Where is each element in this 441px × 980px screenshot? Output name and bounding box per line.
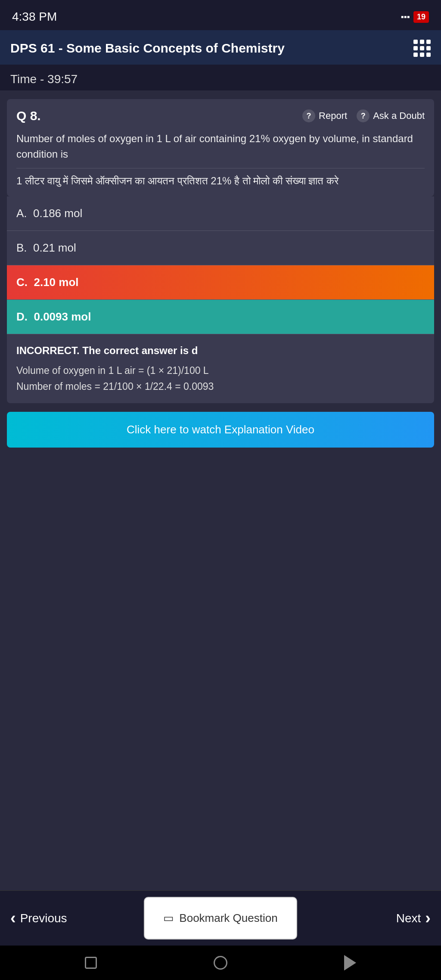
app-title: DPS 61 - Some Basic Concepts of Chemistr… <box>10 41 407 56</box>
recents-button[interactable] <box>82 954 99 971</box>
option-b[interactable]: B. 0.21 mol <box>7 231 434 265</box>
home-button[interactable] <box>212 954 229 971</box>
ask-doubt-icon: ? <box>357 109 370 122</box>
back-icon <box>344 955 356 971</box>
explanation-body: Volume of oxygen in 1 L air = (1 × 21)/1… <box>16 363 425 395</box>
options-container: A. 0.186 mol B. 0.21 mol C. 2.10 mol D. … <box>7 196 434 334</box>
app-header: DPS 61 - Some Basic Concepts of Chemistr… <box>0 30 441 65</box>
option-d-label: D. 0.0093 mol <box>16 310 91 323</box>
status-time: 4:38 PM <box>12 10 57 24</box>
status-icons: ▪▪▪ 19 <box>401 11 429 23</box>
explanation-line2: Number of moles = 21/100 × 1/22.4 = 0.00… <box>16 381 214 392</box>
bottom-nav: ‹ Previous ▭ Bookmark Question Next › <box>0 890 441 946</box>
bookmark-button[interactable]: ▭ Bookmark Question <box>144 897 298 940</box>
video-btn-container: Click here to watch Explanation Video <box>7 412 434 448</box>
report-icon: ? <box>302 109 315 122</box>
question-divider <box>16 168 425 168</box>
question-card: Q 8. ? Report ? Ask a Doubt Number of mo… <box>7 99 434 196</box>
question-actions: ? Report ? Ask a Doubt <box>302 109 425 122</box>
previous-arrow-icon: ‹ <box>10 909 16 927</box>
option-a-label: A. 0.186 mol <box>16 207 82 220</box>
bookmark-label: Bookmark Question <box>179 912 277 925</box>
next-label: Next <box>396 912 421 925</box>
recents-icon <box>85 957 97 969</box>
android-nav-bar <box>0 946 441 980</box>
previous-label: Previous <box>20 912 67 925</box>
home-icon <box>214 956 227 970</box>
explanation-card: INCORRECT. The correct answer is d Volum… <box>7 334 434 403</box>
report-label: Report <box>319 110 347 121</box>
option-d[interactable]: D. 0.0093 mol <box>7 300 434 334</box>
report-button[interactable]: ? Report <box>302 109 347 122</box>
option-c[interactable]: C. 2.10 mol <box>7 265 434 300</box>
timer-label: Time - 39:57 <box>10 72 78 86</box>
previous-button[interactable]: ‹ Previous <box>0 891 141 946</box>
question-header: Q 8. ? Report ? Ask a Doubt <box>16 109 425 123</box>
bookmark-icon: ▭ <box>163 912 174 925</box>
timer-bar: Time - 39:57 <box>0 65 441 90</box>
next-arrow-icon: › <box>425 909 431 927</box>
back-button[interactable] <box>342 954 359 971</box>
question-text-hindi: 1 लीटर वायु में जिसमे ऑक्सीजन का आयतन प्… <box>16 173 425 189</box>
grid-menu-icon[interactable] <box>413 40 431 57</box>
watch-video-button[interactable]: Click here to watch Explanation Video <box>7 412 434 448</box>
battery-icon: 19 <box>413 11 429 23</box>
next-button[interactable]: Next › <box>300 891 441 946</box>
main-content: Q 8. ? Report ? Ask a Doubt Number of mo… <box>0 90 441 890</box>
explanation-line1: Volume of oxygen in 1 L air = (1 × 21)/1… <box>16 365 209 376</box>
explanation-status: INCORRECT. The correct answer is d <box>16 345 425 357</box>
status-bar: 4:38 PM ▪▪▪ 19 <box>0 0 441 30</box>
question-number: Q 8. <box>16 109 41 123</box>
option-a[interactable]: A. 0.186 mol <box>7 196 434 231</box>
spacer <box>0 448 441 577</box>
option-c-label: C. 2.10 mol <box>16 276 79 289</box>
ask-doubt-button[interactable]: ? Ask a Doubt <box>357 109 425 122</box>
ask-doubt-label: Ask a Doubt <box>373 110 425 121</box>
question-text-english: Number of moles of oxygen in 1 L of air … <box>16 131 425 162</box>
signal-icon: ▪▪▪ <box>401 12 410 22</box>
option-b-label: B. 0.21 mol <box>16 241 76 254</box>
